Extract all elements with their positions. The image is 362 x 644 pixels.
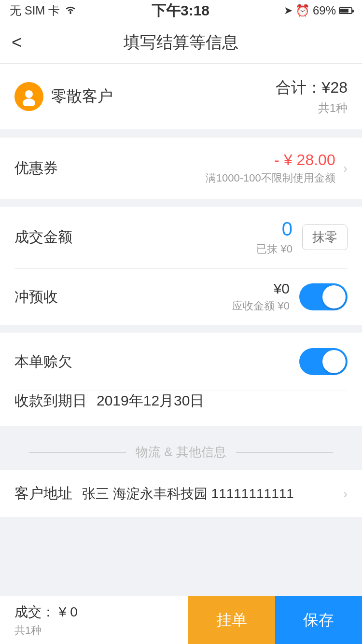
- coupon-label: 优惠券: [14, 158, 58, 178]
- debt-date-row: 收款到期日 2019年12月30日: [14, 391, 348, 426]
- pre-received-sub: 应收金额 ¥0: [232, 299, 290, 313]
- battery-percent: 69%: [313, 4, 336, 17]
- logistics-header: 物流 & 其他信息: [0, 444, 362, 461]
- debt-date-value: 2019年12月30日: [97, 391, 204, 411]
- alarm-icon: ⏰: [295, 4, 310, 17]
- customer-name: 零散客户: [51, 86, 113, 107]
- page-title: 填写结算等信息: [124, 31, 238, 54]
- wifi-icon: [64, 4, 77, 17]
- debt-date-label: 收款到期日: [14, 391, 87, 411]
- svg-point-1: [25, 90, 33, 98]
- bottom-bar: 成交： ¥ 0 共1种 挂单 保存: [0, 596, 362, 644]
- logistics-label: 物流 & 其他信息: [126, 445, 236, 459]
- address-chevron-icon: ›: [343, 486, 348, 502]
- hang-order-button[interactable]: 挂单: [188, 596, 275, 644]
- deal-amount: ¥ 0: [59, 604, 78, 619]
- bottom-deal: 成交： ¥ 0: [14, 603, 174, 621]
- toggle-knob: [322, 285, 346, 308]
- debt-toggle[interactable]: [299, 348, 348, 375]
- address-row[interactable]: 客户地址 张三 海淀永丰科技园 11111111111 ›: [0, 470, 362, 517]
- logistics-divider: 物流 & 其他信息: [0, 434, 362, 470]
- nav-bar: < 填写结算等信息: [0, 21, 362, 64]
- total-count: 共1种: [276, 100, 348, 116]
- debt-section: 本单赊欠 收款到期日 2019年12月30日: [0, 333, 362, 426]
- debt-toggle-row: 本单赊欠: [14, 333, 348, 391]
- pre-received-right: ¥0 应收金额 ¥0: [232, 280, 348, 313]
- round-zero-button[interactable]: 抹零: [302, 224, 348, 250]
- customer-left: 零散客户: [14, 82, 113, 111]
- pre-received-row: 冲预收 ¥0 应收金额 ¥0: [14, 268, 348, 325]
- status-right: ➤ ⏰ 69%: [284, 4, 352, 17]
- status-left: 无 SIM 卡: [10, 3, 77, 18]
- coupon-row[interactable]: 优惠券 - ¥ 28.00 满1000-100不限制使用金额 ›: [0, 137, 362, 199]
- coupon-amount: - ¥ 28.00: [206, 151, 335, 169]
- deal-label: 成交：: [14, 604, 55, 619]
- transaction-value: 0: [282, 218, 292, 239]
- pre-received-toggle[interactable]: [299, 283, 348, 310]
- debt-label: 本单赊欠: [14, 352, 72, 372]
- carrier-label: 无 SIM 卡: [10, 3, 60, 18]
- coupon-right: - ¥ 28.00 满1000-100不限制使用金额 ›: [206, 151, 348, 185]
- pre-received-label: 冲预收: [14, 287, 58, 307]
- total-price: 合计：¥28: [276, 77, 348, 98]
- address-value: 张三 海淀永丰科技园 11111111111: [82, 485, 343, 503]
- avatar: [14, 82, 43, 111]
- time-label: 下午3:18: [152, 1, 209, 21]
- svg-point-0: [70, 12, 71, 14]
- save-button[interactable]: 保存: [275, 596, 362, 644]
- battery-icon: [339, 7, 352, 14]
- coupon-chevron-icon: ›: [343, 161, 348, 176]
- bottom-summary: 成交： ¥ 0 共1种: [0, 603, 188, 638]
- customer-section: 零散客户 合计：¥28 共1种: [0, 64, 362, 129]
- transaction-label: 成交金额: [14, 227, 72, 247]
- customer-row: 零散客户 合计：¥28 共1种: [0, 64, 362, 129]
- customer-total: 合计：¥28 共1种: [276, 77, 348, 116]
- status-bar: 无 SIM 卡 下午3:18 ➤ ⏰ 69%: [0, 0, 362, 21]
- transaction-sub: 已抹 ¥0: [256, 242, 292, 256]
- coupon-desc: 满1000-100不限制使用金额: [206, 171, 335, 185]
- pre-received-values: ¥0 应收金额 ¥0: [232, 280, 290, 313]
- svg-point-2: [23, 98, 35, 106]
- coupon-values: - ¥ 28.00 满1000-100不限制使用金额: [206, 151, 335, 185]
- transaction-value-group: 0 已抹 ¥0: [256, 218, 292, 256]
- amount-section: 成交金额 0 已抹 ¥0 抹零 冲预收 ¥0 应收金额 ¥0: [0, 207, 362, 325]
- transaction-right: 0 已抹 ¥0 抹零: [256, 218, 348, 256]
- back-button[interactable]: <: [12, 32, 22, 53]
- address-label: 客户地址: [14, 484, 72, 504]
- bottom-count: 共1种: [14, 623, 174, 638]
- pre-received-amount: ¥0: [232, 280, 290, 297]
- coupon-section[interactable]: 优惠券 - ¥ 28.00 满1000-100不限制使用金额 ›: [0, 137, 362, 199]
- debt-toggle-knob: [322, 350, 346, 373]
- location-icon: ➤: [284, 4, 292, 17]
- transaction-row: 成交金额 0 已抹 ¥0 抹零: [14, 207, 348, 268]
- address-section[interactable]: 客户地址 张三 海淀永丰科技园 11111111111 ›: [0, 470, 362, 517]
- bottom-spacer: [0, 525, 362, 583]
